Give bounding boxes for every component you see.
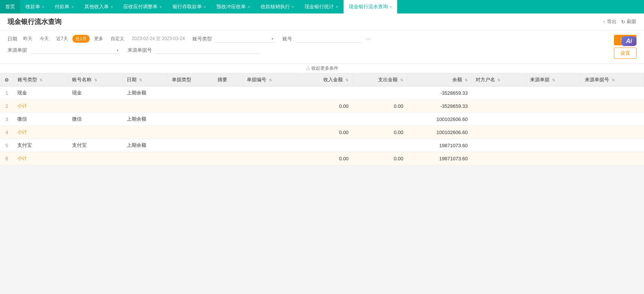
th-settings[interactable]: ⚙ [0,73,14,87]
nav-payment[interactable]: 付款单 × [50,0,79,13]
date-pill-more[interactable]: 更多 [91,35,106,43]
close-other-income[interactable]: × [111,4,113,9]
collapse-bar[interactable]: △ 收起更多条件 [0,64,644,73]
nav-ar-ap-adjust[interactable]: 应收应付调整单 × [118,0,167,13]
sort-source-doc-no: ⇅ [612,78,615,82]
th-account-name[interactable]: 账号名称 ⇅ [68,73,123,87]
source-doc-select[interactable] [30,46,120,54]
date-pill-7days[interactable]: 近7天 [53,35,71,43]
th-income[interactable]: 收入金额 ⇅ [297,73,352,87]
table-row[interactable]: 4 小计 0.00 0.00 100102606.60 [0,126,644,139]
th-source-doc[interactable]: 来源单据 ⇅ [526,73,581,87]
date-range-display: 2023-02-24 至 2023-03-24 [132,36,185,42]
table-row[interactable]: 3 微信 微信 上期余额 100102606.60 [0,113,644,126]
account-label: 账号 [282,36,292,42]
date-pill-custom[interactable]: 自定义 [108,35,127,43]
td-account-type: 小计 [14,100,68,113]
td-account-type: 小计 [14,126,68,139]
td-source-doc [526,139,581,152]
td-source-doc [526,152,581,165]
td-doc-no [243,113,298,126]
date-pill-1month[interactable]: 近1月 [72,35,90,43]
close-receipt-verify[interactable]: × [292,4,294,9]
refresh-button[interactable]: ↻ 刷新 [621,18,636,25]
page-header: 现金银行流水查询 ↑ 导出 ↻ 刷新 [0,13,644,30]
th-source-doc-no[interactable]: 来源单据号 ⇅ [581,73,644,87]
date-filter-group: 日期 昨天 今天 近7天 近1月 更多 自定义 2023-02-24 至 202… [8,35,185,43]
th-expense-label: 支出金额 [378,77,398,82]
export-icon: ↑ [603,19,606,25]
td-income [297,139,352,152]
td-income: 0.00 [297,100,352,113]
date-label: 日期 [8,36,17,42]
nav-cash-flow-query[interactable]: 现金银行流水查询 × [344,0,397,13]
close-cash-bank-stat[interactable]: × [336,4,338,9]
close-ar-ap[interactable]: × [159,4,162,9]
th-account-name-label: 账号名称 [72,77,92,82]
table-row[interactable]: 1 现金 现金 上期余额 -3528659.33 [0,87,644,100]
close-receipt[interactable]: × [42,4,44,9]
close-cash-flow[interactable]: × [390,4,392,9]
table-row[interactable]: 2 小计 0.00 0.00 -3528659.33 [0,100,644,113]
nav-bank-deposit[interactable]: 银行存取款单 × [167,0,211,13]
more-dots-account[interactable]: ··· [366,36,371,42]
td-summary [213,100,243,113]
data-table: ⚙ 账号类型 ⇅ 账号名称 ⇅ 日期 ⇅ 单据类型 摘要 [0,73,644,165]
nav-home[interactable]: 首页 [0,0,20,13]
settings-button[interactable]: 设置 [614,48,636,59]
th-date[interactable]: 日期 ⇅ [123,73,168,87]
sort-account-type: ⇅ [39,78,42,82]
td-summary [213,139,243,152]
th-balance[interactable]: 余额 ⇅ [407,73,471,87]
th-doc-no[interactable]: 单据编号 ⇅ [243,73,298,87]
th-doc-no-label: 单据编号 [247,77,266,82]
nav-receipt-verify[interactable]: 收款核销执行 × [255,0,299,13]
nav-payment-label: 付款单 [55,3,69,10]
nav-receipt[interactable]: 收款单 × [20,0,50,13]
td-source-doc-no [581,100,644,113]
filter-row-1: 日期 昨天 今天 近7天 近1月 更多 自定义 2023-02-24 至 202… [8,35,606,43]
td-doc-type [168,100,214,113]
export-label: 导出 [607,18,617,25]
date-pill-yesterday[interactable]: 昨天 [20,35,35,43]
td-balance: 19871073.60 [407,139,471,152]
td-source-doc-no [581,126,644,139]
td-income: 0.00 [297,126,352,139]
nav-home-label: 首页 [5,3,15,10]
td-account-name [68,126,123,139]
th-expense[interactable]: 支出金额 ⇅ [352,73,407,87]
close-bank-deposit[interactable]: × [204,4,206,9]
td-account-type: 支付宝 [14,139,68,152]
th-doc-type[interactable]: 单据类型 [168,73,214,87]
table-container: ⚙ 账号类型 ⇅ 账号名称 ⇅ 日期 ⇅ 单据类型 摘要 [0,73,644,165]
th-counterparty[interactable]: 对方户名 ⇅ [471,73,526,87]
export-button[interactable]: ↑ 导出 [603,18,617,25]
ai-badge[interactable]: Ai [621,36,636,46]
td-account-name: 现金 [68,87,123,100]
close-prepay-offset[interactable]: × [248,4,250,9]
date-pill-today[interactable]: 今天 [37,35,52,43]
close-payment[interactable]: × [71,4,74,9]
nav-prepay-offset[interactable]: 预收冲应收单 × [211,0,255,13]
th-summary[interactable]: 摘要 [213,73,243,87]
td-doc-type [168,152,214,165]
table-row[interactable]: 6 小计 0.00 0.00 19871073.60 [0,152,644,165]
td-source-doc-no [581,152,644,165]
th-account-type[interactable]: 账号类型 ⇅ [14,73,68,87]
page-title: 现金银行流水查询 [8,17,62,26]
td-row-num: 6 [0,152,14,165]
td-counterparty [471,126,526,139]
td-counterparty [471,87,526,100]
nav-cash-bank-stat-label: 现金银行统计 [305,3,334,10]
account-input[interactable] [295,35,361,43]
sort-balance: ⇅ [465,78,468,82]
td-doc-type [168,87,214,100]
nav-other-income[interactable]: 其他收入单 × [79,0,118,13]
account-type-select[interactable] [215,35,275,43]
td-income [297,87,352,100]
source-doc-num-input[interactable] [155,46,260,54]
table-row[interactable]: 5 支付宝 支付宝 上期余额 19871073.60 [0,139,644,152]
settings-gear-icon: ⚙ [5,77,9,83]
nav-cash-bank-stat[interactable]: 现金银行统计 × [299,0,343,13]
td-expense [352,87,407,100]
